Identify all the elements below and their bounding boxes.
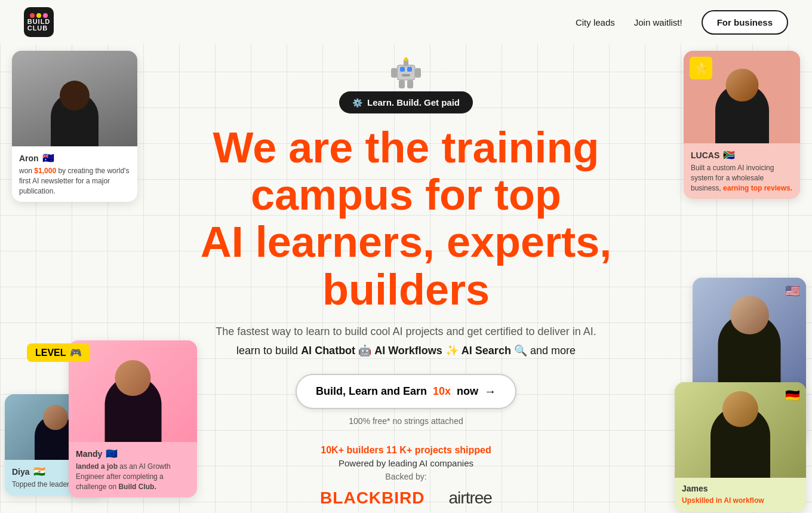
card-james: 🇩🇪 James Upskilled in AI workflow [675,382,806,512]
svg-rect-1 [400,67,405,72]
logo[interactable]: BUILDCLUB [24,7,54,37]
badge-icon: ⚙️ [352,98,362,107]
robot-mascot [388,56,424,89]
powered-line: Powered by leading AI companies [320,458,492,468]
topic-chatbot: AI Chatbot 🤖 [301,345,371,357]
nav-links: City leads Join waitlist! For business [576,10,788,35]
cta-highlight: 10x [433,385,451,398]
hero-heading: We are the training campus for top AI le… [137,124,675,314]
nav-join-waitlist[interactable]: Join waitlist! [634,17,682,27]
topics-suffix: and more [530,345,576,357]
card-aron-flag: 🇦🇺 [42,152,54,164]
navbar: BUILDCLUB City leads Join waitlist! For … [0,0,812,44]
card-james-desc: Upskilled in AI workflow [682,496,799,506]
nav-for-business-button[interactable]: For business [702,10,788,35]
card-lucas: ⭐ LUCAS 🇿🇦 Built a custom AI invoicing s… [684,51,800,199]
card-mandy-desc: landed a job as an AI Growth Engineer af… [76,462,190,492]
card-james-body: James Upskilled in AI workflow [675,478,806,512]
partner-airtree: airtree [449,489,492,508]
logo-dot-red [30,13,35,18]
card-michael-image: 🇺🇸 [693,278,806,397]
topic-workflows: AI Workflows ✨ [374,345,459,357]
cta-text-suffix: now [457,385,478,398]
partners-row: BLACKBIRD airtree [320,489,492,508]
svg-rect-9 [407,80,413,88]
badge-text: Learn. Build. Get paid [367,97,460,107]
hero-subtext: The fastest way to learn to build cool A… [216,325,596,338]
hero-heading-line2: AI learners, experts, builders [201,218,611,313]
topics-prefix: learn to build [236,345,298,357]
svg-point-5 [404,57,408,61]
nav-city-leads[interactable]: City leads [576,17,615,27]
svg-rect-6 [391,68,397,78]
card-lucas-body: LUCAS 🇿🇦 Built a custom AI invoicing sys… [684,143,800,199]
logo-text: BUILDCLUB [27,19,51,32]
card-mandy-name: Mandy 🇪🇺 [76,448,190,459]
card-lucas-name: LUCAS 🇿🇦 [691,149,793,161]
card-aron-desc: won $1,000 by creating the world's first… [19,166,130,196]
stats-line: 10K+ builders 11 K+ projects shipped [320,445,492,456]
logo-dot-pink [43,13,48,18]
card-diya-flag: 🇮🇳 [33,466,45,477]
backed-line: Backed by: [320,472,492,481]
svg-rect-2 [407,67,412,72]
card-michael-flag: 🇺🇸 [785,284,800,298]
cta-arrow: → [484,385,496,398]
hero-topics: learn to build AI Chatbot 🤖 AI Workflows… [236,344,576,357]
cta-note: 100% free* no strings attached [349,416,463,426]
svg-rect-3 [402,74,410,76]
hero-badge: ⚙️ Learn. Build. Get paid [339,91,473,113]
card-aron: Aron 🇦🇺 won $1,000 by creating the world… [12,51,137,202]
svg-rect-0 [397,65,415,80]
logo-icon: BUILDCLUB [24,7,54,37]
card-aron-name: Aron 🇦🇺 [19,152,130,164]
card-lucas-desc: Built a custom AI invoicing system for a… [691,163,793,193]
card-mandy-body: Mandy 🇪🇺 landed a job as an AI Growth En… [69,442,197,497]
card-james-name: James [682,484,799,493]
star-badge: ⭐ [690,57,712,79]
svg-rect-8 [399,80,405,88]
cta-text-prefix: Build, Learn and Earn [316,385,427,398]
card-mandy: Mandy 🇪🇺 landed a job as an AI Growth En… [69,340,197,497]
topic-search: AI Search 🔍 [462,345,527,357]
cta-button[interactable]: Build, Learn and Earn 10x now → [296,374,516,409]
card-james-flag: 🇩🇪 [785,388,800,403]
level-badge: LEVEL 🎮 [27,343,90,362]
card-lucas-image: ⭐ [684,51,800,143]
stats-section: 10K+ builders 11 K+ projects shipped Pow… [320,445,492,508]
card-james-image: 🇩🇪 [675,382,806,478]
robot-svg [388,56,424,89]
card-lucas-flag: 🇿🇦 [723,149,735,161]
card-mandy-flag: 🇪🇺 [106,448,118,459]
partner-blackbird: BLACKBIRD [320,489,425,508]
card-aron-body: Aron 🇦🇺 won $1,000 by creating the world… [12,146,137,202]
card-aron-image [12,51,137,146]
svg-rect-7 [415,68,421,78]
hero-heading-line1: We are the training campus for top [213,124,599,219]
logo-dot-yellow [36,13,41,18]
